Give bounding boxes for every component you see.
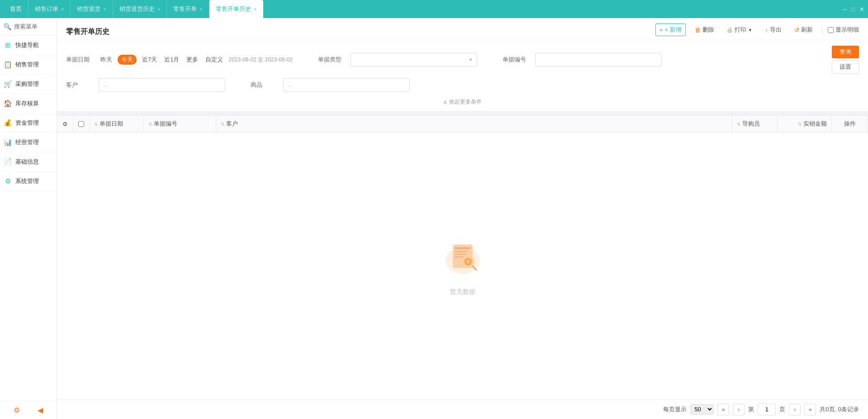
sort-num-icon: ⇅ xyxy=(148,122,152,127)
settings-search-button[interactable]: 设置 xyxy=(832,60,859,74)
select-all-checkbox[interactable] xyxy=(78,121,84,127)
collapse-bar[interactable]: ∧ 收起更多条件 xyxy=(66,96,859,106)
sidebar-item-finance[interactable]: 💰 资金管理 xyxy=(0,113,57,133)
first-page-btn[interactable]: « xyxy=(717,404,729,415)
tab-retail-open[interactable]: 零售开单 × xyxy=(167,0,209,18)
th-num-label: 单据编号 xyxy=(154,120,177,128)
sidebar-item-basic-info[interactable]: 📄 基础信息 xyxy=(0,152,57,172)
quick-nav-icon: ⊞ xyxy=(4,41,12,49)
sidebar-bottom: ⚙ ◀ xyxy=(0,401,57,419)
sidebar-item-quick-nav[interactable]: ⊞ 快捷导航 xyxy=(0,36,57,55)
page-title: 零售开单历史 xyxy=(66,27,109,37)
tab-sales-return-history[interactable]: 销货退货历史 × xyxy=(113,0,167,18)
minimize-btn[interactable]: ─ xyxy=(843,6,847,13)
export-label: 导出 xyxy=(770,26,782,34)
date-opt-last7[interactable]: 近7天 xyxy=(140,55,159,65)
date-opt-more[interactable]: 更多 xyxy=(185,55,200,65)
add-button[interactable]: + + 新增 xyxy=(655,24,686,36)
sidebar-item-operations[interactable]: 📊 经营管理 xyxy=(0,133,57,152)
sales-mgmt-icon: 📋 xyxy=(4,61,12,69)
date-opt-today[interactable]: 今天 xyxy=(118,55,137,65)
sidebar-item-quick-nav-label: 快捷导航 xyxy=(15,41,39,49)
doc-num-input[interactable] xyxy=(535,53,662,66)
top-tab-bar: 首页 销售订单 × 销货退货 × 销货退货历史 × 零售开单 × 零售开单历史 … xyxy=(0,0,868,18)
close-btn[interactable]: ✕ xyxy=(859,6,864,13)
th-amount[interactable]: ⇅ 实销金额 xyxy=(778,116,832,132)
tab-retail-open-history[interactable]: 零售开单历史 × xyxy=(209,0,263,18)
toolbar-divider xyxy=(822,26,822,33)
goods-select[interactable]: ... xyxy=(283,78,410,92)
date-opt-custom[interactable]: 自定义 xyxy=(204,55,225,65)
sort-guide-icon: ⇅ xyxy=(737,122,740,127)
show-detail-checkbox[interactable] xyxy=(828,27,834,33)
sidebar-settings-btn[interactable]: ⚙ xyxy=(14,406,20,414)
tab-sales-return[interactable]: 销货退货 × xyxy=(71,0,113,18)
page-number-input[interactable] xyxy=(758,404,776,415)
tab-sales-order[interactable]: 销售订单 × xyxy=(28,0,71,18)
sidebar-collapse-btn[interactable]: ◀ xyxy=(38,406,43,414)
per-page-select[interactable]: 50 10 20 100 xyxy=(690,404,714,414)
th-check[interactable] xyxy=(73,116,90,132)
maximize-btn[interactable]: □ xyxy=(851,6,855,13)
tab-sales-return-history-label: 销货退货历史 xyxy=(119,5,155,13)
sidebar-item-inventory[interactable]: 🏠 库存核算 xyxy=(0,94,57,113)
collapse-label: 收起更多条件 xyxy=(449,98,482,106)
inventory-icon: 🏠 xyxy=(4,99,12,108)
export-icon: ↑ xyxy=(765,27,768,33)
print-icon: 🖨 xyxy=(727,27,733,33)
customer-select[interactable]: ... xyxy=(99,78,225,92)
th-guide-label: 导购员 xyxy=(742,120,760,128)
customer-dots: ... xyxy=(103,82,107,88)
sidebar-item-operations-label: 经营管理 xyxy=(15,138,39,146)
content-area: 零售开单历史 + + 新增 🗑 删除 🖨 打印 ▼ ↑ 导出 xyxy=(57,18,868,419)
operations-icon: 📊 xyxy=(4,138,12,146)
filter-row-2: 客户 ... 商品 ... xyxy=(66,78,859,92)
svg-rect-4 xyxy=(455,254,466,255)
goods-dots: ... xyxy=(287,82,292,88)
show-detail-toggle[interactable]: 显示明细 xyxy=(828,26,859,34)
tab-retail-open-history-close[interactable]: × xyxy=(254,6,256,12)
tab-sales-return-close[interactable]: × xyxy=(103,6,106,12)
th-customer[interactable]: ⇅ 客户 xyxy=(216,116,732,132)
last-page-btn[interactable]: » xyxy=(804,404,816,415)
main-layout: 🔍 搜索菜单 ⊞ 快捷导航 📋 销售管理 🛒 采购管理 🏠 库存核算 💰 资金管… xyxy=(0,18,868,419)
total-label: 共0页, 0条记录 xyxy=(820,405,859,414)
th-date[interactable]: ⇅ 单据日期 xyxy=(90,116,144,132)
sidebar-item-system-mgmt[interactable]: ⚙ 系统管理 xyxy=(0,172,57,191)
filter-area: 单据日期 昨天 今天 近7天 近1月 更多 自定义 2023-06-02 至 2… xyxy=(57,40,868,112)
prev-page-btn[interactable]: ‹ xyxy=(733,404,745,415)
delete-button[interactable]: 🗑 删除 xyxy=(691,24,718,36)
basic-info-icon: 📄 xyxy=(4,158,12,166)
next-page-btn[interactable]: › xyxy=(789,404,801,415)
date-range-display: 2023-06-02 至 2023-06-02 xyxy=(228,56,292,64)
tab-retail-open-close[interactable]: × xyxy=(199,6,202,12)
print-dropdown-icon: ▼ xyxy=(748,28,753,33)
tab-home-label: 首页 xyxy=(10,5,22,13)
tab-home[interactable]: 首页 xyxy=(4,0,28,18)
th-settings[interactable]: ⚙ xyxy=(57,116,73,132)
table-area: ⚙ ⇅ 单据日期 ⇅ 单据编号 ⇅ 客户 ⇅ 导购员 xyxy=(57,115,868,399)
add-label: + 新增 xyxy=(664,26,681,34)
search-button[interactable]: 查询 xyxy=(832,46,859,58)
sidebar-item-sales-mgmt[interactable]: 📋 销售管理 xyxy=(0,55,57,75)
finance-icon: 💰 xyxy=(4,119,12,127)
th-guide[interactable]: ⇅ 导购员 xyxy=(732,116,778,132)
svg-rect-2 xyxy=(455,247,471,249)
print-button[interactable]: 🖨 打印 ▼ xyxy=(723,24,756,36)
refresh-button[interactable]: ↺ 刷新 xyxy=(791,24,816,36)
window-controls: ─ □ ✕ xyxy=(843,6,864,13)
th-num[interactable]: ⇅ 单据编号 xyxy=(144,116,216,132)
sidebar-search[interactable]: 🔍 搜索菜单 xyxy=(0,18,57,36)
tab-sales-return-history-close[interactable]: × xyxy=(157,6,160,12)
sort-date-icon: ⇅ xyxy=(94,122,98,127)
tab-sales-order-close[interactable]: × xyxy=(61,6,64,12)
sidebar-item-purchase-mgmt[interactable]: 🛒 采购管理 xyxy=(0,75,57,94)
refresh-icon: ↺ xyxy=(794,27,799,33)
th-op: 操作 xyxy=(832,116,868,132)
date-opt-last-month[interactable]: 近1月 xyxy=(162,55,181,65)
export-button[interactable]: ↑ 导出 xyxy=(762,24,786,36)
collapse-icon: ∧ xyxy=(443,99,447,105)
show-detail-label: 显示明细 xyxy=(835,26,859,34)
doc-type-select[interactable]: ▼ xyxy=(351,53,477,66)
date-opt-yesterday[interactable]: 昨天 xyxy=(99,55,114,65)
